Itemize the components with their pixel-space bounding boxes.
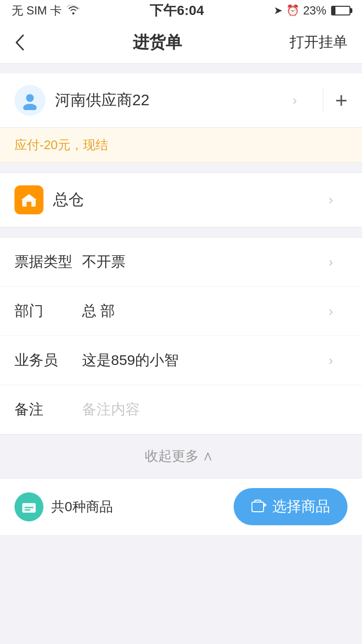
- product-count-area: 共0种商品: [14, 492, 113, 521]
- svg-rect-7: [25, 509, 30, 511]
- svg-rect-4: [27, 202, 31, 207]
- supplier-row[interactable]: 河南供应商22 › +: [0, 73, 362, 128]
- carrier-label: 无 SIM 卡: [12, 3, 62, 18]
- salesperson-label: 业务员: [14, 350, 82, 370]
- department-label: 部门: [14, 301, 82, 321]
- status-bar: 无 SIM 卡 下午6:04 ➤ ⏰ 23%: [0, 0, 362, 21]
- warehouse-chevron-icon: ›: [329, 192, 333, 208]
- open-pending-button[interactable]: 打开挂单: [290, 32, 348, 52]
- invoice-chevron-icon: ›: [329, 254, 333, 270]
- page-title: 进货单: [133, 31, 182, 54]
- notice-banner: 应付-20元，现结: [0, 128, 362, 163]
- remark-label: 备注: [14, 400, 82, 420]
- select-product-label: 选择商品: [272, 497, 330, 517]
- form-row-department[interactable]: 部门 总 部 ›: [0, 287, 362, 336]
- svg-marker-3: [21, 194, 37, 200]
- svg-point-1: [23, 104, 37, 110]
- department-value: 总 部: [82, 301, 329, 321]
- warehouse-row[interactable]: 总仓 ›: [0, 173, 362, 227]
- select-product-button[interactable]: 选择商品: [234, 488, 348, 525]
- location-icon: ➤: [274, 4, 282, 17]
- supplier-section: 河南供应商22 › + 应付-20元，现结: [0, 73, 362, 163]
- invoice-label: 票据类型: [14, 252, 82, 272]
- section-gap-1: [0, 64, 362, 73]
- status-left: 无 SIM 卡: [12, 3, 80, 18]
- svg-point-0: [26, 94, 34, 102]
- supplier-name: 河南供应商22: [55, 90, 292, 111]
- warehouse-name: 总仓: [53, 189, 329, 210]
- section-gap-2: [0, 163, 362, 172]
- form-row-remark[interactable]: 备注 备注内容: [0, 385, 362, 434]
- warehouse-section: 总仓 ›: [0, 172, 362, 227]
- status-time: 下午6:04: [150, 1, 204, 20]
- nav-bar: 进货单 打开挂单: [0, 21, 362, 64]
- collapse-button[interactable]: 收起更多 ∧: [0, 434, 362, 478]
- remark-input[interactable]: 备注内容: [82, 400, 348, 420]
- product-icon: [14, 492, 43, 521]
- bottom-bar: 共0种商品 选择商品: [0, 478, 362, 535]
- status-right: ➤ ⏰ 23%: [274, 4, 350, 17]
- main-content: 河南供应商22 › + 应付-20元，现结 总仓 › 票据类型 不开票: [0, 64, 362, 644]
- battery-label: 23%: [303, 4, 326, 17]
- form-row-salesperson[interactable]: 业务员 这是859的小智 ›: [0, 336, 362, 385]
- section-gap-3: [0, 227, 362, 237]
- form-row-invoice[interactable]: 票据类型 不开票 ›: [0, 238, 362, 287]
- salesperson-chevron-icon: ›: [329, 353, 333, 368]
- alarm-icon: ⏰: [286, 4, 299, 17]
- warehouse-icon: [14, 185, 43, 214]
- battery-icon: [331, 6, 350, 15]
- invoice-value: 不开票: [82, 252, 329, 272]
- product-count-label: 共0种商品: [51, 498, 113, 516]
- salesperson-value: 这是859的小智: [82, 350, 329, 370]
- select-product-icon: [251, 499, 266, 515]
- add-supplier-button[interactable]: +: [335, 90, 348, 111]
- department-chevron-icon: ›: [329, 304, 333, 319]
- svg-rect-8: [252, 502, 264, 512]
- svg-rect-6: [25, 507, 33, 508]
- collapse-label: 收起更多 ∧: [145, 447, 214, 465]
- supplier-avatar: [14, 85, 45, 116]
- back-button[interactable]: [14, 33, 25, 52]
- form-section: 票据类型 不开票 › 部门 总 部 › 业务员 这是859的小智 › 备注 备注…: [0, 237, 362, 434]
- wifi-icon: [67, 4, 80, 17]
- vertical-divider: [323, 88, 323, 112]
- chevron-right-icon: ›: [292, 93, 297, 108]
